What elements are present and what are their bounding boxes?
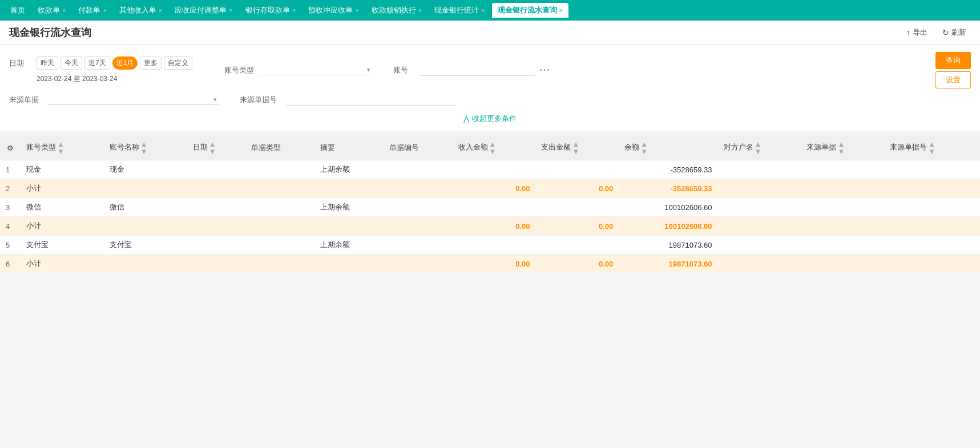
cell-source_doc_no	[884, 236, 980, 255]
col-header-income[interactable]: 收入金额▲▼	[453, 136, 536, 160]
cell-date	[187, 160, 245, 179]
sort-icon: ▲▼	[755, 140, 762, 155]
nav-tab[interactable]: 银行存取款单×	[240, 3, 301, 18]
nav-tab-close-icon[interactable]: ×	[418, 7, 422, 14]
col-header-source_doc[interactable]: 来源单据▲▼	[801, 136, 884, 160]
col-header-counterparty[interactable]: 对方户名▲▼	[718, 136, 801, 160]
cell-summary: 上期余额	[314, 236, 384, 255]
cell-source_doc_no	[884, 160, 980, 179]
nav-tab-close-icon[interactable]: ×	[229, 7, 232, 14]
export-button[interactable]: ↑ 导出	[902, 25, 932, 40]
date-filter-btn[interactable]: 自定义	[164, 56, 192, 70]
cell-expense: 0.00	[535, 179, 619, 198]
page-header: 现金银行流水查询 ↑ 导出 ↻ 刷新	[0, 21, 980, 45]
col-header-expense[interactable]: 支出金额▲▼	[535, 136, 619, 160]
cell-doc_no	[384, 160, 453, 179]
cell-summary: 上期余额	[314, 198, 384, 217]
sort-icon: ▲▼	[209, 140, 216, 155]
account-type-select[interactable]: ▾	[259, 65, 373, 75]
nav-home[interactable]: 首页	[5, 3, 31, 18]
nav-tab[interactable]: 现金银行流水查询×	[492, 3, 568, 18]
nav-tab[interactable]: 应收应付调整单×	[169, 3, 238, 18]
settings-button[interactable]: 设置	[935, 71, 971, 88]
cell-summary	[314, 217, 384, 236]
source-doc-chevron-icon: ▾	[213, 96, 217, 103]
more-options-icon[interactable]: ···	[539, 65, 550, 75]
date-filter-top: 日期 昨天今天近7天近1月更多自定义	[9, 56, 192, 70]
col-header-account_type[interactable]: 账号类型▲▼	[21, 136, 104, 160]
query-button[interactable]: 查询	[935, 52, 971, 69]
nav-tab-label: 银行存取款单	[245, 5, 290, 15]
cell-doc_no	[384, 236, 453, 255]
nav-tab-label: 应收应付调整单	[175, 5, 227, 15]
table-row: 3微信微信上期余额100102606.60	[0, 198, 980, 217]
cell-doc_type	[245, 236, 314, 255]
collapse-button[interactable]: ⋀ 收起更多条件	[9, 111, 971, 126]
nav-tab-close-icon[interactable]: ×	[481, 7, 485, 14]
date-filter-btn[interactable]: 更多	[140, 56, 162, 70]
source-doc-select[interactable]: ▾	[48, 95, 219, 105]
nav-tab-label: 收款核销执行	[372, 5, 416, 15]
refresh-button[interactable]: ↻ 刷新	[938, 25, 971, 40]
nav-tab-label: 其他收入单	[119, 5, 156, 15]
account-filter: 账号 ···	[393, 64, 550, 76]
nav-tab-label: 预收冲应收单	[308, 5, 353, 15]
page-title: 现金银行流水查询	[9, 26, 91, 39]
cell-account_type: 支付宝	[21, 236, 104, 255]
nav-tab-close-icon[interactable]: ×	[292, 7, 296, 14]
row-number: 4	[0, 217, 21, 236]
cell-balance: 19871073.60	[619, 255, 717, 273]
col-header-account_name[interactable]: 账号名称▲▼	[104, 136, 187, 160]
nav-tab-close-icon[interactable]: ×	[103, 7, 106, 14]
col-label: 账号类型	[26, 143, 56, 151]
cell-balance: -3528659.33	[619, 160, 717, 179]
date-filter-btn[interactable]: 昨天	[37, 56, 58, 70]
cell-doc_type	[245, 179, 314, 198]
cell-source_doc	[801, 217, 884, 236]
cell-summary	[314, 179, 384, 198]
cell-counterparty	[718, 179, 801, 198]
nav-tab[interactable]: 预收冲应收单×	[303, 3, 364, 18]
nav-tab[interactable]: 其他收入单×	[114, 3, 168, 18]
cell-balance: -3528659.33	[619, 179, 717, 198]
nav-tab[interactable]: 付款单×	[72, 3, 112, 18]
nav-tab-label: 现金银行流水查询	[498, 5, 557, 15]
cell-source_doc	[801, 236, 884, 255]
row-number: 1	[0, 160, 21, 179]
filter-row-1: 日期 昨天今天近7天近1月更多自定义 2023-02-24 至 2023-03-…	[9, 52, 971, 88]
cell-date	[187, 179, 245, 198]
nav-tab-close-icon[interactable]: ×	[559, 7, 563, 14]
cell-date	[187, 198, 245, 217]
nav-tab[interactable]: 收款核销执行×	[366, 3, 428, 18]
cell-expense	[535, 198, 619, 217]
col-label: 日期	[193, 143, 208, 151]
date-filter-btn[interactable]: 近7天	[84, 56, 110, 70]
table-row: 5支付宝支付宝上期余额19871073.60	[0, 236, 980, 255]
col-header-balance[interactable]: 余额▲▼	[619, 136, 717, 160]
cell-date	[187, 236, 245, 255]
col-label: 对方户名	[724, 143, 753, 151]
cell-counterparty	[718, 217, 801, 236]
date-filter-btn[interactable]: 近1月	[112, 56, 138, 70]
col-header-date[interactable]: 日期▲▼	[187, 136, 245, 160]
cell-counterparty	[718, 198, 801, 217]
nav-tab-close-icon[interactable]: ×	[62, 7, 66, 14]
sort-icon: ▲▼	[140, 140, 148, 155]
nav-tab-close-icon[interactable]: ×	[159, 7, 162, 14]
nav-tab-label: 付款单	[78, 5, 100, 15]
source-doc-no-input[interactable]	[286, 94, 457, 106]
table-body: 1现金现金上期余额-3528659.332小计0.000.00-3528659.…	[0, 160, 980, 273]
nav-tab[interactable]: 收款单×	[32, 3, 71, 18]
cell-account_name: 支付宝	[104, 236, 187, 255]
account-input[interactable]	[421, 64, 535, 76]
action-buttons: 查询 设置	[935, 52, 971, 88]
date-filter-btn[interactable]: 今天	[61, 56, 82, 70]
col-header-doc_no: 单据编号	[384, 136, 453, 160]
table-row: 6小计0.000.0019871073.60	[0, 255, 980, 273]
cell-account_type: 现金	[21, 160, 104, 179]
cell-expense	[535, 160, 619, 179]
nav-tab-close-icon[interactable]: ×	[355, 7, 358, 14]
col-header-source_doc_no[interactable]: 来源单据号▲▼	[884, 136, 980, 160]
nav-tab[interactable]: 现金银行统计×	[429, 3, 490, 18]
col-header-summary: 摘要	[314, 136, 384, 160]
